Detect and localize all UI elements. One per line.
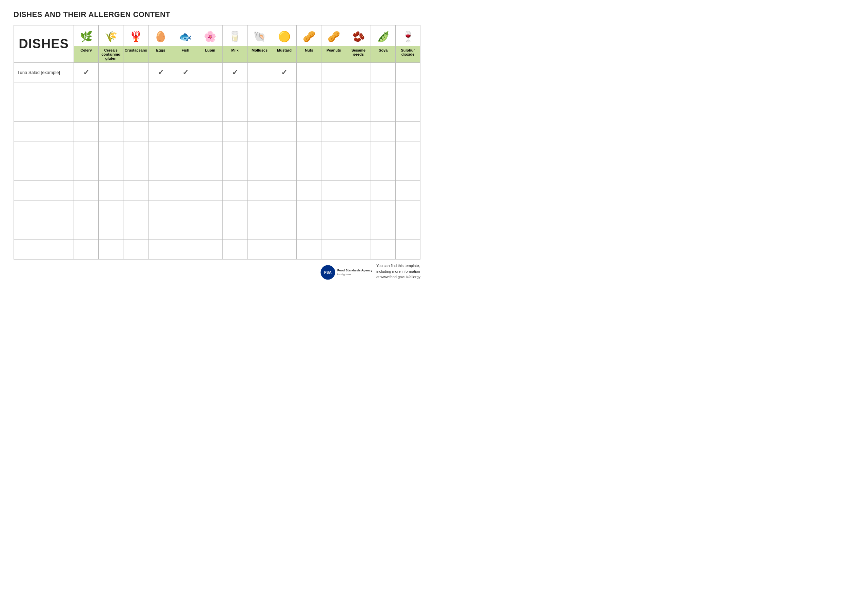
footer-logo-subtext: food.gov.uk (337, 273, 372, 276)
fish-check-cell (173, 240, 198, 260)
milk-check-cell (222, 220, 247, 240)
peanuts-check-cell (321, 63, 346, 82)
peanuts-check-cell (321, 220, 346, 240)
sulphur-check-cell (396, 82, 420, 102)
celery-check-cell (74, 181, 99, 201)
header-icons-row: DISHES 🌿🌾🦞🥚🐟🌸🥛🐚🟡🥜🥜🫘🫛🍷 (14, 25, 420, 46)
nuts-check-cell (297, 102, 321, 122)
footer: FSA Food Standards Agency food.gov.uk Yo… (14, 263, 420, 280)
footer-logo: FSA Food Standards Agency food.gov.uk (321, 265, 372, 280)
lupin-check-cell (198, 240, 222, 260)
eggs-check-cell (148, 161, 173, 181)
dish-name-cell (14, 141, 74, 161)
crustaceans-check-cell (123, 161, 149, 181)
sesame-check-cell (346, 161, 371, 181)
cereals-label: Cereals containing gluten (99, 46, 123, 63)
cereals-check-cell (99, 63, 123, 82)
sesame-check-cell (346, 63, 371, 82)
sulphur-label: Sulphur dioxide (396, 46, 420, 63)
lupin-check-cell (198, 102, 222, 122)
peanuts-check-cell (321, 201, 346, 220)
cereals-icon: 🌾 (99, 25, 123, 46)
fish-label: Fish (173, 46, 198, 63)
fish-check-cell (173, 181, 198, 201)
table-row (14, 122, 420, 141)
fish-check-cell (173, 220, 198, 240)
lupin-check-cell (198, 181, 222, 201)
molluscs-icon: 🐚 (247, 25, 272, 46)
soya-check-cell (371, 102, 396, 122)
soya-check-cell (371, 122, 396, 141)
molluscs-check-cell (247, 240, 272, 260)
dish-name-cell: Tuna Salad [example] (14, 63, 74, 82)
lupin-label: Lupin (198, 46, 222, 63)
celery-check-cell (74, 161, 99, 181)
molluscs-label: Molluscs (247, 46, 272, 63)
soya-check-cell (371, 181, 396, 201)
milk-check-cell (222, 201, 247, 220)
cereals-check-cell (99, 220, 123, 240)
milk-check-cell (222, 141, 247, 161)
page-title: DISHES AND THEIR ALLERGEN CONTENT (14, 10, 420, 19)
crustaceans-check-cell (123, 240, 149, 260)
cereals-check-cell (99, 122, 123, 141)
molluscs-check-cell (247, 122, 272, 141)
milk-check-cell (222, 181, 247, 201)
celery-check-cell (74, 220, 99, 240)
mustard-check-cell (272, 181, 297, 201)
fsa-logo-icon: FSA (321, 265, 335, 280)
footer-info: You can find this template, including mo… (377, 263, 420, 280)
molluscs-check-cell (247, 63, 272, 82)
crustaceans-check-cell (123, 220, 149, 240)
eggs-check-cell: ✓ (148, 63, 173, 82)
table-row: Tuna Salad [example]✓✓✓✓✓ (14, 63, 420, 82)
table-row (14, 161, 420, 181)
dish-name-cell (14, 201, 74, 220)
mustard-checkmark: ✓ (281, 68, 287, 77)
celery-label: Celery (74, 46, 99, 63)
mustard-check-cell (272, 82, 297, 102)
milk-check-cell (222, 122, 247, 141)
milk-check-cell (222, 240, 247, 260)
nuts-check-cell (297, 181, 321, 201)
crustaceans-check-cell (123, 82, 149, 102)
cereals-check-cell (99, 102, 123, 122)
soya-check-cell (371, 240, 396, 260)
celery-check-cell (74, 141, 99, 161)
sulphur-check-cell (396, 161, 420, 181)
eggs-check-cell (148, 122, 173, 141)
soya-check-cell (371, 201, 396, 220)
crustaceans-check-cell (123, 141, 149, 161)
milk-check-cell (222, 161, 247, 181)
dish-name-cell (14, 161, 74, 181)
nuts-check-cell (297, 122, 321, 141)
molluscs-check-cell (247, 82, 272, 102)
eggs-check-cell (148, 240, 173, 260)
nuts-check-cell (297, 161, 321, 181)
nuts-check-cell (297, 201, 321, 220)
fish-icon: 🐟 (173, 25, 198, 46)
fish-check-cell: ✓ (173, 63, 198, 82)
allergen-table: DISHES 🌿🌾🦞🥚🐟🌸🥛🐚🟡🥜🥜🫘🫛🍷 CeleryCereals cont… (14, 25, 420, 260)
sulphur-check-cell (396, 141, 420, 161)
peanuts-label: Peanuts (321, 46, 346, 63)
dish-name-cell (14, 102, 74, 122)
dish-name-cell (14, 181, 74, 201)
sulphur-check-cell (396, 201, 420, 220)
celery-check-cell (74, 201, 99, 220)
milk-check-cell (222, 102, 247, 122)
sulphur-check-cell (396, 63, 420, 82)
peanuts-check-cell (321, 240, 346, 260)
soya-label: Soya (371, 46, 396, 63)
nuts-check-cell (297, 141, 321, 161)
mustard-check-cell (272, 161, 297, 181)
fish-check-cell (173, 161, 198, 181)
crustaceans-icon: 🦞 (123, 25, 149, 46)
cereals-check-cell (99, 181, 123, 201)
mustard-label: Mustard (272, 46, 297, 63)
lupin-check-cell (198, 161, 222, 181)
sulphur-check-cell (396, 181, 420, 201)
soya-check-cell (371, 82, 396, 102)
crustaceans-check-cell (123, 122, 149, 141)
molluscs-check-cell (247, 220, 272, 240)
